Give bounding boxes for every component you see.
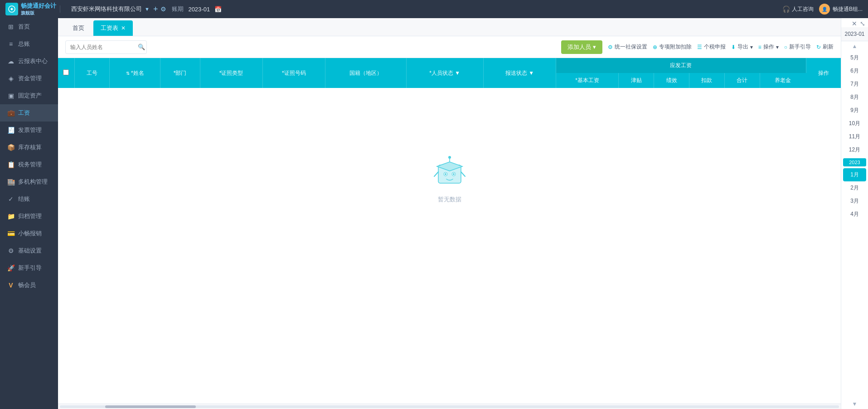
sidebar-item-close-period[interactable]: ✓ 结账: [0, 190, 58, 208]
close-period-icon: ✓: [7, 195, 15, 203]
month-item-3[interactable]: 3月: [841, 195, 868, 208]
month-item-10[interactable]: 10月: [841, 117, 868, 130]
svg-line-8: [434, 172, 438, 176]
sidebar-item-archive[interactable]: 📁 归档管理: [0, 208, 58, 225]
sidebar-item-funds[interactable]: ◈ 资金管理: [0, 70, 58, 87]
month-item-6[interactable]: 6月: [841, 64, 868, 78]
month-item-11[interactable]: 11月: [841, 130, 868, 143]
logo-line2: 旗舰版: [21, 10, 56, 16]
scroll-up-arrow[interactable]: ▲: [841, 41, 868, 51]
building-icon: ▣: [7, 92, 15, 99]
month-item-12[interactable]: 12月: [841, 143, 868, 156]
th-performance: 绩效: [654, 73, 689, 88]
archive-icon: 📁: [7, 213, 15, 220]
sidebar-item-cloud-report[interactable]: ☁ 云报表中心: [0, 53, 58, 70]
tax-icon: 📋: [7, 161, 15, 168]
operations-icon: ≡: [758, 44, 761, 50]
sidebar-item-ledger[interactable]: ≡ 总账: [0, 35, 58, 53]
panel-close-btn[interactable]: ✕: [851, 20, 858, 27]
header-divider-1: [60, 5, 60, 13]
add-btn-arrow: ▾: [593, 44, 596, 50]
headset-icon: 🎧: [782, 5, 790, 13]
period-label: 账期: [172, 5, 184, 13]
th-allowance: 津贴: [619, 73, 654, 88]
empty-state-icon: [432, 154, 468, 190]
th-name[interactable]: ⇅ *姓名: [110, 58, 160, 88]
export-label: 导出: [737, 43, 748, 51]
sidebar-item-basic-settings[interactable]: ⚙ 基础设置: [0, 242, 58, 259]
scrollbar-thumb[interactable]: [105, 405, 196, 408]
refresh-action[interactable]: ↻ 刷新: [816, 43, 834, 51]
th-base-salary: *基本工资: [556, 73, 619, 88]
settings-btn[interactable]: ⚙: [160, 5, 166, 13]
sidebar-item-tax[interactable]: 📋 税务管理: [0, 156, 58, 173]
search-input[interactable]: [65, 40, 147, 54]
month-item-9[interactable]: 9月: [841, 104, 868, 117]
support-btn[interactable]: 🎧 人工咨询: [782, 5, 814, 13]
tab-payroll-table[interactable]: 工资表 ✕: [93, 20, 133, 36]
th-id-type: *证照类型: [200, 58, 262, 88]
sidebar: ⊞ 首页 ≡ 总账 ☁ 云报表中心 ◈ 资金管理 ▣ 固定资产 💼 工资: [0, 18, 58, 409]
app-header: 畅捷通好会计 旗舰版 西安虾米网络科技有限公司 ▼ + ⚙ 账期 2023-01…: [0, 0, 868, 18]
tab-home[interactable]: 首页: [65, 20, 92, 36]
month-item-5[interactable]: 5月: [841, 51, 868, 64]
month-item-1-active[interactable]: 1月: [843, 168, 866, 181]
export-action[interactable]: ⬇ 导出 ▾: [731, 43, 753, 51]
sidebar-item-payroll[interactable]: 💼 工资: [0, 104, 58, 122]
sidebar-item-multi-org[interactable]: 🏬 多机构管理: [0, 173, 58, 190]
sort-icon-name: ⇅: [126, 71, 130, 76]
invoice-icon: 🧾: [7, 127, 15, 134]
search-icon: 🔍: [138, 44, 145, 50]
guide-action[interactable]: ○ 新手引导: [784, 43, 811, 51]
sidebar-item-guide[interactable]: 🚀 新手引导: [0, 259, 58, 277]
funds-icon: ◈: [7, 75, 15, 82]
svg-line-9: [461, 172, 465, 176]
app-logo: 畅捷通好会计 旗舰版: [5, 2, 56, 16]
table-scrollbar: [58, 404, 841, 409]
th-report-status[interactable]: 报送状态 ▼: [483, 58, 556, 88]
payroll-icon: 💼: [7, 109, 15, 117]
select-all-checkbox[interactable]: [63, 69, 69, 75]
sidebar-item-ledger-label: 总账: [18, 40, 30, 48]
sidebar-item-funds-label: 资金管理: [18, 74, 42, 83]
ledger-icon: ≡: [7, 40, 15, 48]
sidebar-item-close-label: 结账: [18, 195, 30, 203]
header-company[interactable]: 西安虾米网络科技有限公司 ▼: [71, 5, 150, 13]
operations-action[interactable]: ≡ 操作 ▾: [758, 43, 779, 51]
operations-arrow: ▾: [776, 44, 779, 50]
add-person-btn[interactable]: 添加人员 ▾: [561, 40, 602, 54]
individual-tax-action[interactable]: ☰ 个税申报: [697, 43, 726, 51]
sidebar-item-expense[interactable]: 💳 小畅报销: [0, 225, 58, 242]
operations-label: 操作: [763, 43, 774, 51]
special-deduction-action[interactable]: ⊕ 专项附加扣除: [653, 43, 692, 51]
month-item-2[interactable]: 2月: [841, 181, 868, 195]
sidebar-item-fixed-assets[interactable]: ▣ 固定资产: [0, 87, 58, 104]
month-item-7[interactable]: 7月: [841, 78, 868, 91]
company-dropdown-icon[interactable]: ▼: [145, 6, 150, 12]
sidebar-item-inventory[interactable]: 📦 库存核算: [0, 139, 58, 156]
expense-icon: 💳: [7, 230, 15, 237]
th-deductions: 扣款: [689, 73, 724, 88]
sidebar-item-home[interactable]: ⊞ 首页: [0, 18, 58, 35]
tab-payroll-close[interactable]: ✕: [121, 25, 126, 31]
panel-expand-btn[interactable]: ⤡: [859, 20, 866, 27]
export-arrow: ▾: [750, 44, 753, 50]
scroll-down-arrow[interactable]: ▼: [841, 399, 868, 409]
user-menu[interactable]: 👤 畅捷通B组...: [819, 4, 863, 15]
sidebar-item-cloud-label: 云报表中心: [18, 57, 48, 65]
month-item-4[interactable]: 4月: [841, 208, 868, 221]
sidebar-item-vip[interactable]: V 畅会员: [0, 277, 58, 294]
th-status[interactable]: *人员状态 ▼: [406, 58, 483, 88]
th-employee-id: 工号: [74, 58, 110, 88]
add-company-btn[interactable]: +: [153, 5, 158, 14]
month-item-8[interactable]: 8月: [841, 91, 868, 104]
th-checkbox[interactable]: [58, 58, 74, 88]
social-security-action[interactable]: ⚙ 统一社保设置: [608, 43, 647, 51]
logo-text-block: 畅捷通好会计 旗舰版: [21, 2, 56, 16]
sidebar-item-assets-label: 固定资产: [18, 92, 42, 100]
sidebar-item-expense-label: 小畅报销: [18, 229, 42, 238]
sidebar-item-invoice[interactable]: 🧾 发票管理: [0, 122, 58, 139]
user-label: 畅捷通B组...: [833, 5, 863, 13]
company-name: 西安虾米网络科技有限公司: [71, 5, 142, 13]
period-calendar-icon[interactable]: 📅: [214, 6, 222, 13]
